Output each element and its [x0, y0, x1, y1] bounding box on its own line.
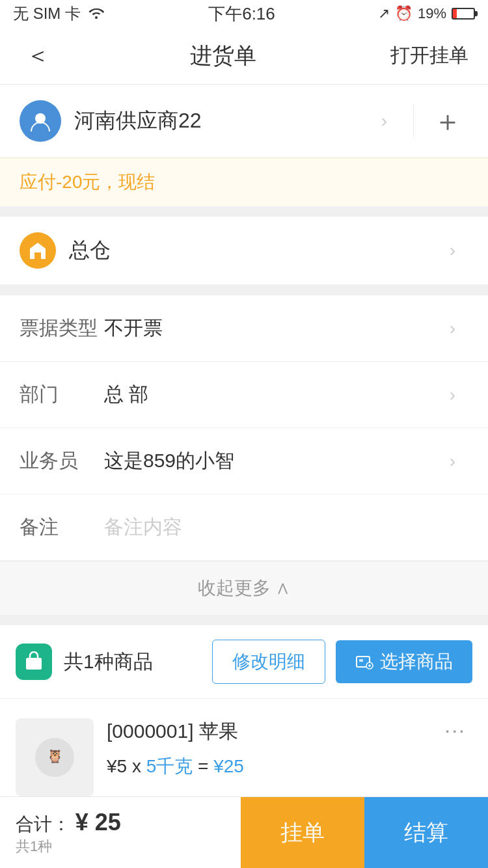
warehouse-label: 总仓: [69, 236, 450, 265]
product-count: 共1种商品: [64, 649, 212, 675]
settle-button[interactable]: 结算: [364, 797, 488, 868]
salesman-label: 业务员: [20, 448, 104, 474]
sim-status: 无 SIM 卡: [13, 3, 81, 24]
dept-value: 总 部: [104, 381, 450, 408]
bottom-bar: 合计： ¥ 25 共1种 挂单 结算: [0, 796, 488, 868]
svg-rect-1: [34, 252, 41, 260]
wifi-icon: [87, 5, 105, 23]
product-header: 共1种商品 修改明细 选择商品: [0, 625, 488, 699]
price-total: ¥25: [213, 756, 244, 776]
status-right: ↗ ⏰ 19%: [378, 5, 475, 22]
back-button[interactable]: ＜: [20, 33, 56, 78]
supplier-chevron-icon: ›: [381, 111, 387, 131]
edit-detail-button[interactable]: 修改明细: [212, 640, 325, 684]
supplier-avatar: [20, 100, 61, 142]
total-count: 共1种: [16, 837, 225, 856]
add-supplier-button[interactable]: ＋: [427, 102, 468, 141]
remark-row[interactable]: 备注 备注内容: [0, 495, 488, 561]
price-base: ¥5 x: [107, 756, 146, 776]
form-section: 票据类型 不开票 › 部门 总 部 › 业务员 这是859的小智 › 备注 备注…: [0, 295, 488, 615]
battery-icon: [452, 8, 475, 20]
page-title: 进货单: [190, 41, 256, 71]
nav-bar: ＜ 进货单 打开挂单: [0, 27, 488, 85]
products-icon: [16, 644, 52, 680]
product-id: [0000001] 苹果: [107, 720, 238, 742]
products-section: 共1种商品 修改明细 选择商品 🦉 [0000001] 苹果 ¥5 x: [0, 625, 488, 817]
salesman-row[interactable]: 业务员 这是859的小智 ›: [0, 428, 488, 495]
warehouse-icon: [20, 232, 56, 269]
hang-button[interactable]: 挂单: [241, 797, 364, 868]
total-section: 合计： ¥ 25 共1种: [0, 797, 241, 868]
collapse-label: 收起更多 ∧: [198, 578, 291, 598]
remark-input[interactable]: 备注内容: [104, 514, 468, 541]
ticket-type-label: 票据类型: [20, 315, 104, 342]
product-more-button[interactable]: ···: [438, 718, 472, 742]
ticket-type-value: 不开票: [104, 315, 450, 342]
total-label: 合计：: [16, 814, 70, 834]
product-price: ¥5 x 5千克 = ¥25: [107, 754, 438, 779]
salesman-value: 这是859的小智: [104, 448, 450, 474]
price-qty: 5千克: [146, 756, 193, 776]
open-hang-button[interactable]: 打开挂单: [390, 42, 468, 69]
supplier-section: 河南供应商22 › ＋ 应付-20元，现结: [0, 85, 488, 206]
ticket-type-chevron-icon: ›: [450, 318, 455, 339]
supplier-row[interactable]: 河南供应商22 › ＋: [0, 85, 488, 157]
warehouse-row[interactable]: 总仓 ›: [0, 217, 488, 285]
settle-label: 结算: [404, 818, 448, 848]
supplier-name: 河南供应商22: [74, 107, 381, 135]
battery-percent: 19%: [418, 5, 446, 22]
remark-label: 备注: [20, 514, 104, 541]
dept-label: 部门: [20, 381, 104, 408]
price-eq: =: [198, 756, 213, 776]
select-product-button[interactable]: 选择商品: [336, 640, 472, 683]
total-amount: ¥ 25: [75, 809, 121, 835]
select-product-label: 选择商品: [380, 649, 453, 674]
divider: [413, 105, 414, 137]
payment-notice: 应付-20元，现结: [0, 157, 488, 206]
location-icon: ↗: [378, 5, 390, 22]
svg-text:🦉: 🦉: [47, 748, 63, 764]
collapse-bar[interactable]: 收起更多 ∧: [0, 561, 488, 615]
svg-rect-2: [26, 658, 42, 670]
status-bar: 无 SIM 卡 下午6:16 ↗ ⏰ 19%: [0, 0, 488, 27]
product-thumbnail: 🦉: [16, 718, 94, 796]
dept-chevron-icon: ›: [450, 385, 455, 405]
warehouse-section: 总仓 ›: [0, 217, 488, 285]
product-info: [0000001] 苹果 ¥5 x 5千克 = ¥25: [107, 718, 438, 779]
alarm-icon: ⏰: [395, 5, 413, 22]
dept-row[interactable]: 部门 总 部 ›: [0, 362, 488, 428]
status-time: 下午6:16: [208, 3, 275, 25]
salesman-chevron-icon: ›: [450, 451, 455, 472]
hang-label: 挂单: [280, 818, 325, 848]
total-row: 合计： ¥ 25: [16, 809, 225, 837]
warehouse-chevron-icon: ›: [450, 240, 455, 261]
product-name: [0000001] 苹果: [107, 718, 438, 745]
status-left: 无 SIM 卡: [13, 3, 105, 24]
ticket-type-row[interactable]: 票据类型 不开票 ›: [0, 295, 488, 362]
